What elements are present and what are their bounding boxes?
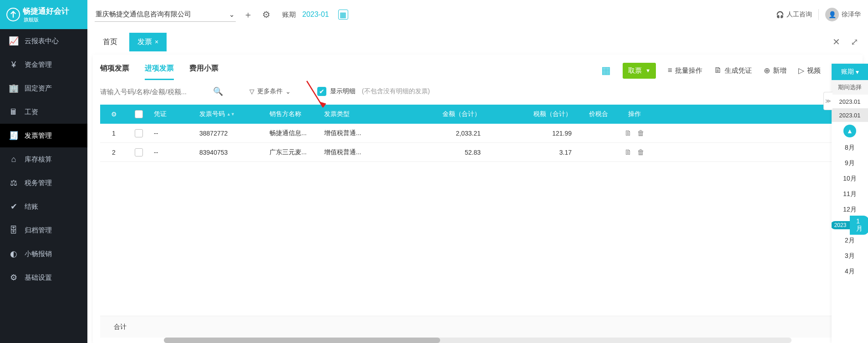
sidebar-item-reports[interactable]: 📈云报表中心 <box>0 29 87 53</box>
month-item[interactable]: 3月 <box>832 248 868 264</box>
building-icon: 🏢 <box>9 84 18 93</box>
show-detail-checkbox[interactable]: ✔ <box>317 87 326 96</box>
sidebar-item-closing[interactable]: ✔结账 <box>0 195 87 218</box>
main: 重庆畅捷交通信息咨询有限公司 ⌄ ＋ ⚙ 账期 2023-01 ▦ 🎧 人工咨询… <box>87 0 868 343</box>
add-button[interactable]: ⊕新增 <box>764 66 787 76</box>
view-icon[interactable]: 🗎 <box>624 129 632 137</box>
brand-name: 畅捷通好会计 <box>23 6 69 16</box>
sidebar-item-funds[interactable]: ¥资金管理 <box>0 53 87 76</box>
delete-icon[interactable]: 🗑 <box>637 148 645 156</box>
month-item[interactable]: 4月 <box>832 264 868 279</box>
plus-icon: ⊕ <box>764 66 770 76</box>
sidebar-item-invoice[interactable]: 🧾发票管理 <box>0 124 87 147</box>
brand-icon <box>6 8 20 21</box>
month-item[interactable]: 2月 <box>832 233 868 248</box>
settings-icon: ⚙ <box>9 273 18 282</box>
more-conditions-button[interactable]: ▽ 更多条件 ⌄ <box>249 87 291 96</box>
voucher-button[interactable]: 🗎生成凭证 <box>714 66 752 75</box>
year-item[interactable]: 2023.01 <box>832 95 868 108</box>
period-header[interactable]: 账期▾ <box>832 64 868 80</box>
tab-invoice[interactable]: 发票 × <box>129 33 167 51</box>
delete-icon[interactable]: 🗑 <box>637 129 645 137</box>
fetch-invoice-button[interactable]: 取票 ▼ <box>623 63 656 79</box>
month-item[interactable]: 10月 <box>832 171 868 187</box>
scroll-top-button[interactable]: ▲ <box>843 125 856 137</box>
checkbox-all[interactable] <box>135 110 143 118</box>
view-icon[interactable]: 🗎 <box>624 148 632 156</box>
calc-icon: 🖩 <box>9 107 18 116</box>
year-item[interactable]: 2023.01 <box>832 108 868 122</box>
col-settings[interactable]: ⚙ <box>100 111 127 118</box>
tab-close-icon[interactable]: × <box>155 38 158 45</box>
sidebar-item-archive[interactable]: 🗄归档管理 <box>0 218 87 242</box>
month-item-active[interactable]: 2023 1月 <box>832 217 868 233</box>
sidebar-item-assets[interactable]: 🏢固定资产 <box>0 76 87 100</box>
row-checkbox[interactable] <box>135 129 143 137</box>
headset-icon: 🎧 <box>776 11 784 18</box>
qr-icon[interactable]: ▦ <box>601 65 611 76</box>
subtab-purchase[interactable]: 进项发票 <box>145 61 174 80</box>
video-button[interactable]: ▷视频 <box>798 66 821 76</box>
sort-icon[interactable]: ▲▼ <box>227 113 235 116</box>
sidebar-item-inventory[interactable]: ⌂库存核算 <box>0 147 87 171</box>
period-select-label: 期间选择 <box>832 80 868 95</box>
period-value[interactable]: 2023-01 <box>302 10 329 19</box>
sidebar-item-tax[interactable]: ⚖税务管理 <box>0 171 87 195</box>
brand-edition: 旗舰版 <box>24 16 69 23</box>
topbar: 重庆畅捷交通信息咨询有限公司 ⌄ ＋ ⚙ 账期 2023-01 ▦ 🎧 人工咨询… <box>87 0 868 29</box>
close-button[interactable]: ✕ <box>830 35 843 48</box>
period-panel: ≫ 账期▾ 期间选择 2023.01 2023.01 ▲ 8月 9月 10月 1… <box>832 64 868 343</box>
search-icon[interactable]: 🔍 <box>213 86 223 96</box>
checkout-icon: ✔ <box>9 202 18 211</box>
filter-row: 🔍 ▽ 更多条件 ⌄ ✔ 显示明细 (不包含没有明细的发票) <box>100 80 855 105</box>
table-row[interactable]: 2 -- 83940753 广东三元麦... 增值税普通... 52.83 3.… <box>100 143 855 162</box>
period-toggle[interactable]: ≫ <box>823 92 832 110</box>
show-detail-label: 显示明细 <box>330 87 355 96</box>
fullscreen-button[interactable]: ⤢ <box>848 35 861 48</box>
col-voucher[interactable]: 凭证 <box>150 110 196 118</box>
col-tax[interactable]: 税额（合计） <box>484 110 575 118</box>
tax-icon: ⚖ <box>9 178 18 187</box>
play-icon: ▷ <box>798 66 804 76</box>
sidebar-item-expense[interactable]: ◐小畅报销 <box>0 242 87 266</box>
sidebar-item-settings[interactable]: ⚙基础设置 <box>0 266 87 289</box>
col-invoice-no[interactable]: 发票号码▲▼ <box>196 110 266 118</box>
filter-icon: ▽ <box>249 88 254 95</box>
company-settings-button[interactable]: ⚙ <box>260 9 272 20</box>
table-header: ⚙ 凭证 发票号码▲▼ 销售方名称 发票类型 金额（合计） 税额（合计） 价税合… <box>100 105 855 124</box>
subtab-expense[interactable]: 费用小票 <box>189 61 218 80</box>
company-name: 重庆畅捷交通信息咨询有限公司 <box>96 10 191 19</box>
month-item[interactable]: 8月 <box>832 140 868 156</box>
tab-home[interactable]: 首页 <box>95 33 126 51</box>
brand-logo: 畅捷通好会计 旗舰版 <box>0 0 87 29</box>
sidebar-nav: 📈云报表中心 ¥资金管理 🏢固定资产 🖩工资 🧾发票管理 ⌂库存核算 ⚖税务管理… <box>0 29 87 343</box>
footer-total-label: 合计 <box>114 323 127 331</box>
invoice-card: 销项发票 进项发票 费用小票 ▦ 取票 ▼ ≡批量操作 🗎生成凭证 ⊕新增 ▷视… <box>93 55 863 343</box>
month-item[interactable]: 12月 <box>832 202 868 217</box>
month-item[interactable]: 11月 <box>832 187 868 202</box>
search-input[interactable] <box>100 88 208 96</box>
archive-icon: 🗄 <box>9 226 18 235</box>
sidebar-item-salary[interactable]: 🖩工资 <box>0 100 87 124</box>
month-item[interactable]: 9月 <box>832 156 868 171</box>
horizontal-scrollbar[interactable] <box>164 338 792 343</box>
row-checkbox[interactable] <box>135 148 143 156</box>
subtabs: 销项发票 进项发票 费用小票 ▦ 取票 ▼ ≡批量操作 🗎生成凭证 ⊕新增 ▷视… <box>100 61 855 80</box>
batch-button[interactable]: ≡批量操作 <box>668 66 702 75</box>
sliders-icon: ≡ <box>668 66 672 75</box>
table-row[interactable]: 1 -- 38872772 畅捷通信息... 增值税普通... 2,033.21… <box>100 124 855 143</box>
chevron-down-icon: ⌄ <box>229 10 235 19</box>
company-select[interactable]: 重庆畅捷交通信息咨询有限公司 ⌄ <box>95 7 236 22</box>
col-type[interactable]: 发票类型 <box>320 110 393 118</box>
user-menu[interactable]: 👤 徐泽华 <box>825 8 861 21</box>
col-amount[interactable]: 金额（合计） <box>393 110 484 118</box>
subtab-sales[interactable]: 销项发票 <box>100 61 129 80</box>
year-badge: 2023 <box>832 221 850 229</box>
calendar-icon[interactable]: ▦ <box>338 10 348 20</box>
col-checkbox[interactable] <box>127 110 150 118</box>
col-pricetax[interactable]: 价税合 <box>575 110 612 118</box>
add-company-button[interactable]: ＋ <box>242 9 254 20</box>
scrollbar-thumb[interactable] <box>164 338 440 343</box>
col-seller[interactable]: 销售方名称 <box>266 110 320 118</box>
help-button[interactable]: 🎧 人工咨询 <box>776 10 812 19</box>
